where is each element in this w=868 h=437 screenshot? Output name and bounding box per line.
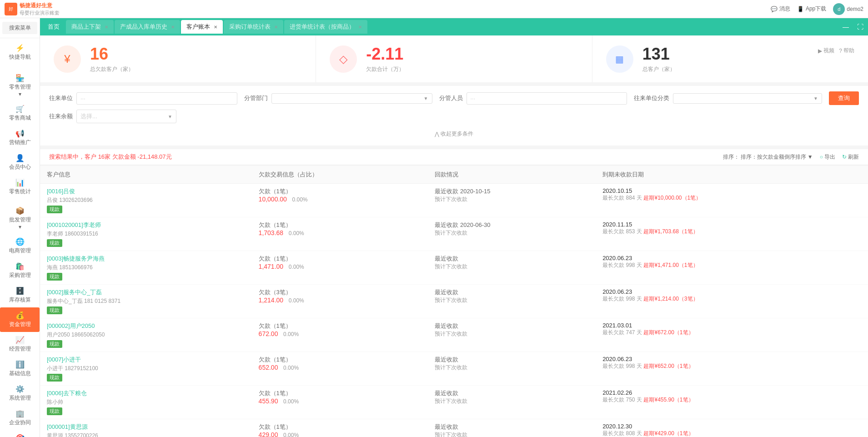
td-debt-info: 欠款（1笔） 10,000.00 0.00%: [252, 184, 428, 217]
overdue-text[interactable]: 超期¥1,214.00（3笔）: [643, 296, 698, 302]
tab-product-shelf[interactable]: 商品上下架 ✕: [66, 20, 114, 34]
stat-value-total-customers: 131: [642, 45, 675, 64]
tab-max-btn[interactable]: ⛶: [855, 22, 866, 31]
message-btn[interactable]: 💬 消息: [771, 5, 790, 13]
top-bar-left: 好 畅捷通好生意 母婴行业演示账套: [5, 2, 60, 16]
sidebar-item-ecommerce[interactable]: 🌐 电商管理: [0, 234, 40, 258]
debt-amount[interactable]: 1,471.00: [259, 263, 284, 270]
filter-balance-select[interactable]: 选择... ▼: [76, 110, 176, 123]
overdue-text[interactable]: 超期¥455.90（1笔）: [643, 397, 693, 403]
tab-customer-account-close[interactable]: ✕: [214, 25, 217, 30]
overdue-text[interactable]: 超期¥429.00（1笔）: [643, 430, 693, 437]
sidebar-item-system[interactable]: ⚙️ 系统管理: [0, 381, 40, 406]
due-date: 2020.06.23: [602, 255, 861, 261]
due-date: 2020.06.23: [602, 356, 861, 362]
user-menu[interactable]: d demo2: [833, 3, 863, 15]
filter-from-unit-input[interactable]: ···: [76, 92, 237, 105]
search-menu-btn[interactable]: 搜索菜单: [2, 22, 37, 34]
customer-name-link[interactable]: [000001]黄思源: [47, 423, 245, 431]
debt-amount[interactable]: 455.90: [259, 397, 278, 405]
sidebar-item-quick-nav[interactable]: ⚡ 快捷导航: [0, 40, 40, 65]
debt-amount[interactable]: 429.00: [259, 431, 278, 437]
tab-product-history-close[interactable]: ✕: [171, 25, 175, 30]
customer-name-link[interactable]: [000002]用户2050: [47, 322, 245, 330]
sidebar-item-retail-mgmt[interactable]: 🏪 零售管理 ▾: [0, 70, 40, 101]
overdue-text[interactable]: 超期¥1,703.68（1笔）: [643, 228, 698, 235]
th-debt-info: 欠款交易信息（占比）: [252, 166, 428, 184]
tab-purchase-stats[interactable]: 采购订单统计表 ✕: [224, 20, 283, 34]
customer-phone: 吕俊 13026203696: [47, 196, 245, 204]
debt-amount[interactable]: 10,000.00: [259, 196, 287, 203]
sidebar-item-finance[interactable]: 💰 资金管理: [0, 307, 40, 332]
stats-bar: ¥ 16 总欠款客户（家） ◇ -2.11 欠款合计（万） ▦: [40, 35, 868, 82]
sidebar-item-member[interactable]: 👤 会员中心: [0, 150, 40, 175]
customer-phone: 黄思源 13552700226: [47, 432, 245, 437]
customer-name-link[interactable]: [0003]畅捷服务尹海燕: [47, 255, 245, 263]
tab-incoming-stats-close[interactable]: ✕: [358, 25, 362, 30]
video-link[interactable]: ▶ 视频: [818, 47, 834, 55]
overdue-text[interactable]: 超期¥10,000.00（1笔）: [643, 195, 701, 201]
customer-name-link[interactable]: [0007]小进干: [47, 356, 245, 364]
stat-top-right-area: ▶ 视频 ? 帮助: [818, 45, 854, 55]
sidebar-item-marketing[interactable]: 📢 营销推广: [0, 126, 40, 150]
debt-amount[interactable]: 672.00: [259, 330, 278, 337]
table-row: [0003]畅捷服务尹海燕 海燕 18513066976 现款 欠款（1笔） 1…: [40, 251, 868, 285]
debt-amount[interactable]: 1,214.00: [259, 296, 284, 304]
overdue-days: 最长欠款 998 天: [602, 296, 642, 302]
sidebar-item-enterprise[interactable]: 🏢 企业协同: [0, 406, 40, 430]
sidebar-item-basic-info[interactable]: ℹ️ 基础信息: [0, 357, 40, 381]
next-payment: 预计下次收款: [435, 229, 589, 237]
help-link[interactable]: ? 帮助: [839, 47, 854, 55]
sidebar-item-newbie[interactable]: 🎯 新手引导: [0, 430, 40, 437]
tab-product-history[interactable]: 产成品入库单历史 ✕: [115, 20, 180, 34]
app-download-btn[interactable]: 📱 App下载: [797, 5, 826, 13]
next-payment: 预计下次收款: [435, 431, 589, 437]
filter-manager-input[interactable]: ···: [467, 92, 627, 105]
sidebar-item-batch-mgmt[interactable]: 📦 批发管理 ▾: [0, 203, 40, 234]
filter-dept-select[interactable]: ▼: [271, 93, 432, 104]
collapse-btn[interactable]: ⋀ 收起更多条件: [49, 128, 859, 140]
tab-incoming-stats[interactable]: 进货单统计表（按商品） ✕: [284, 20, 367, 34]
overdue-text[interactable]: 超期¥672.00（1笔）: [643, 329, 693, 336]
next-payment: 预计下次收款: [435, 364, 589, 372]
customer-name-link[interactable]: [0002]服务中心_丁磊: [47, 288, 245, 296]
tab-purchase-stats-close[interactable]: ✕: [274, 25, 278, 30]
filter-unit-type-select[interactable]: ▼: [673, 93, 822, 104]
debt-amount[interactable]: 652.00: [259, 364, 278, 371]
sidebar-item-retail-stats[interactable]: 📊 零售统计: [0, 175, 40, 199]
overdue-info-row: 最长欠款 998 天 超期¥1,471.00（1笔）: [602, 261, 861, 269]
sort-select[interactable]: 排序： 排序：按欠款金额倒序排序 ▼: [723, 153, 813, 161]
customer-name-link[interactable]: [0016]吕俊: [47, 187, 245, 196]
tab-home[interactable]: 首页: [42, 20, 65, 34]
data-table: 客户信息 欠款交易信息（占比） 回款情况 到期未收款日期 [0016]吕俊 吕俊…: [40, 166, 868, 437]
sidebar-item-inventory[interactable]: 🗄️ 库存核算: [0, 283, 40, 307]
export-btn[interactable]: ○ 导出: [820, 153, 835, 161]
system-icon: ⚙️: [2, 385, 37, 393]
tab-min-btn[interactable]: —: [840, 22, 851, 31]
refresh-btn[interactable]: ↻ 刷新: [842, 153, 859, 161]
customer-name-link[interactable]: [0001020001]李老师: [47, 221, 245, 229]
customer-name-link[interactable]: [0006]去下粮仓: [47, 389, 245, 397]
overdue-text[interactable]: 超期¥1,471.00（1笔）: [643, 262, 698, 268]
td-debt-info: 欠款（1笔） 652.00 0.00%: [252, 352, 428, 386]
td-due-date: 2021.03.01 最长欠款 747 天 超期¥672.00（1笔）: [596, 318, 868, 352]
sidebar-item-retail-mall[interactable]: 🛒 零售商城: [0, 101, 40, 126]
debt-amount[interactable]: 1,703.68: [259, 229, 284, 236]
table-row: [0006]去下粮仓 陈小帅 现款 欠款（1笔） 455.90 0.00% 最近…: [40, 386, 868, 419]
td-due-date: 2020.06.23 最长欠款 998 天 超期¥1,214.00（3笔）: [596, 285, 868, 318]
customer-tag: 现款: [47, 374, 62, 382]
query-button[interactable]: 查询: [829, 91, 859, 105]
overdue-text[interactable]: 超期¥652.00（1笔）: [643, 363, 693, 369]
due-date: 2021.03.01: [602, 322, 861, 329]
customer-tag: 现款: [47, 306, 62, 314]
td-customer-info: [0007]小进干 小进干 18279152100 现款: [40, 352, 252, 386]
sidebar-item-purchase[interactable]: 🛍️ 采购管理: [0, 258, 40, 283]
results-bar: 搜索结果中，客户 16家 欠款金额 -21,148.07元 排序： 排序：按欠款…: [40, 149, 868, 165]
tab-customer-account[interactable]: 客户账本 ✕: [181, 20, 223, 34]
stat-label-debt-amount: 欠款合计（万）: [366, 65, 404, 73]
next-payment: 预计下次收款: [435, 196, 589, 203]
sidebar-item-business[interactable]: 📈 经营管理: [0, 332, 40, 357]
tab-product-shelf-close[interactable]: ✕: [105, 25, 108, 30]
debt-desc: 欠款（1笔）: [259, 322, 421, 330]
collapse-icon: ⋀: [435, 131, 439, 137]
